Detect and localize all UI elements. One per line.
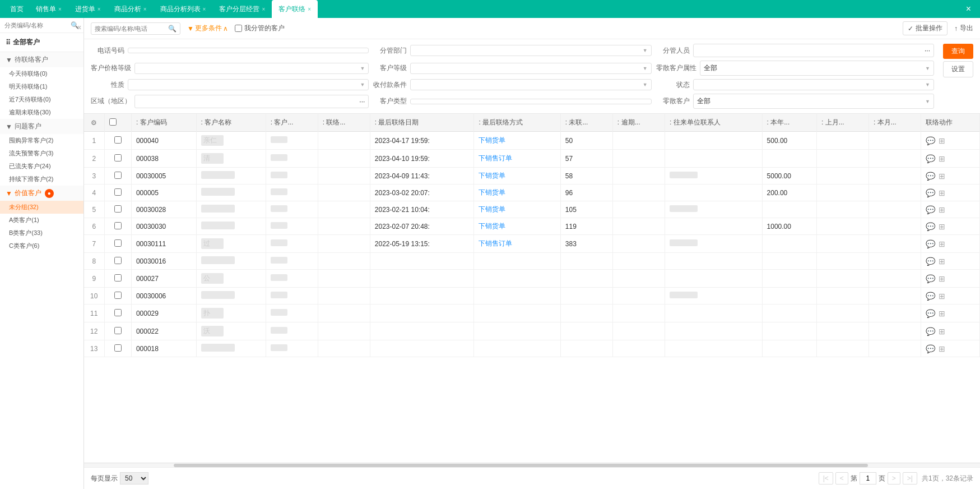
apps-icon[interactable]: ⊞	[939, 205, 945, 214]
row-checkbox[interactable]	[114, 344, 122, 352]
section-pending[interactable]: ▼ 待联络客户	[0, 52, 83, 67]
chat-icon[interactable]: 💬	[926, 172, 935, 181]
chat-icon[interactable]: 💬	[926, 154, 935, 163]
customer-type-input[interactable]	[410, 99, 651, 104]
sidebar-item-7days[interactable]: 近7天待联络(0)	[0, 93, 83, 106]
row-checkbox[interactable]	[114, 327, 122, 334]
row-checkbox[interactable]	[114, 274, 122, 282]
apps-icon[interactable]: ⊞	[939, 154, 945, 163]
tab-sales[interactable]: 销售单 ×	[29, 0, 68, 18]
more-conditions-btn[interactable]: ▼ 更多条件 ∧	[187, 24, 228, 33]
payment-input[interactable]: ▼	[410, 79, 651, 90]
close-tab-product[interactable]: ×	[143, 6, 147, 12]
retail-customer-input[interactable]: 全部 ▼	[693, 94, 934, 109]
row-checkbox[interactable]	[114, 172, 122, 179]
sidebar-item-tomorrow[interactable]: 明天待联络(1)	[0, 80, 83, 93]
tab-product-list[interactable]: 商品分析列表 ×	[154, 0, 213, 18]
apps-icon[interactable]: ⊞	[939, 257, 945, 266]
export-btn[interactable]: ↑ 导出	[954, 24, 973, 33]
sidebar-item-class-b[interactable]: B类客户(33)	[0, 227, 83, 239]
sidebar-item-declining[interactable]: 持续下滑客户(2)	[0, 173, 83, 186]
apps-icon[interactable]: ⊞	[939, 344, 945, 353]
row-checkbox[interactable]	[114, 205, 122, 213]
batch-operation-btn[interactable]: ✓ 批量操作	[903, 21, 948, 35]
phone-input[interactable]	[128, 48, 369, 53]
manager-input[interactable]: ···	[693, 44, 934, 57]
my-customers-checkbox[interactable]: 我分管的客户	[235, 24, 285, 33]
price-level-input[interactable]: ▼	[134, 63, 369, 74]
row-checkbox[interactable]	[114, 222, 122, 229]
sidebar-item-churned[interactable]: 已流失客户(24)	[0, 160, 83, 173]
chat-icon[interactable]: 💬	[926, 136, 935, 145]
customer-level-input[interactable]: ▼	[410, 63, 651, 74]
dept-input[interactable]: ▼	[410, 45, 651, 56]
select-all-checkbox[interactable]	[109, 118, 117, 126]
next-page-btn[interactable]: >	[888, 472, 900, 485]
settings-icon[interactable]: ⚙	[91, 119, 97, 127]
tab-customer-segment[interactable]: 客户分层经营 ×	[212, 0, 272, 18]
apps-icon[interactable]: ⊞	[939, 309, 945, 318]
close-tab-segment[interactable]: ×	[262, 6, 265, 12]
section-value[interactable]: ▼ 价值客户 ●	[0, 186, 83, 201]
tab-customer-contact[interactable]: 客户联络 ×	[272, 0, 318, 18]
last-method-link[interactable]: 下销售订单	[479, 239, 512, 247]
prev-page-btn[interactable]: <	[835, 472, 848, 485]
search-input[interactable]	[95, 25, 166, 32]
chat-icon[interactable]: 💬	[926, 205, 935, 214]
page-number-input[interactable]	[860, 472, 876, 485]
sidebar-item-churn-warning[interactable]: 流失预警客户(3)	[0, 147, 83, 160]
nature-input[interactable]: ▼	[128, 79, 369, 90]
section-problem[interactable]: ▼ 问题客户	[0, 119, 83, 134]
sidebar-item-class-c[interactable]: C类客户(6)	[0, 239, 83, 252]
chat-icon[interactable]: 💬	[926, 239, 935, 248]
my-customers-check[interactable]	[235, 25, 242, 32]
apps-icon[interactable]: ⊞	[939, 188, 945, 197]
last-method-link[interactable]: 下销货单	[479, 172, 505, 179]
last-method-link[interactable]: 下销货单	[479, 188, 505, 196]
close-tab-contact[interactable]: ×	[308, 6, 311, 12]
th-settings[interactable]: ⚙	[84, 114, 104, 132]
row-checkbox[interactable]	[114, 309, 122, 316]
window-close[interactable]: ×	[962, 4, 976, 14]
chat-icon[interactable]: 💬	[926, 188, 935, 197]
sidebar-item-ungroup[interactable]: 未分组(32)	[0, 201, 83, 214]
sidebar-collapse-btn[interactable]: «	[75, 21, 83, 33]
chat-icon[interactable]: 💬	[926, 309, 935, 318]
sidebar-item-class-a[interactable]: A类客户(1)	[0, 214, 83, 227]
area-input[interactable]: ···	[134, 95, 369, 108]
close-tab-purchase[interactable]: ×	[97, 6, 101, 12]
apps-icon[interactable]: ⊞	[939, 222, 945, 231]
chat-icon[interactable]: 💬	[926, 327, 935, 336]
sidebar-item-abnormal[interactable]: 囤购异常客户(2)	[0, 134, 83, 147]
apps-icon[interactable]: ⊞	[939, 239, 945, 248]
chat-icon[interactable]: 💬	[926, 274, 935, 283]
nav-home[interactable]: 首页	[4, 4, 29, 14]
sidebar-item-overdue[interactable]: 逾期未联络(30)	[0, 106, 83, 119]
row-checkbox[interactable]	[114, 239, 122, 247]
sidebar-search-input[interactable]	[4, 22, 68, 29]
chat-icon[interactable]: 💬	[926, 292, 935, 301]
last-method-link[interactable]: 下销货单	[479, 205, 505, 213]
close-tab-sales[interactable]: ×	[58, 6, 62, 12]
sidebar-item-today[interactable]: 今天待联络(0)	[0, 67, 83, 80]
apps-icon[interactable]: ⊞	[939, 327, 945, 336]
apps-icon[interactable]: ⊞	[939, 172, 945, 181]
chat-icon[interactable]: 💬	[926, 344, 935, 353]
row-checkbox[interactable]	[114, 154, 122, 162]
search-icon[interactable]: 🔍	[168, 25, 177, 33]
first-page-btn[interactable]: |<	[819, 472, 833, 485]
last-method-link[interactable]: 下销售订单	[479, 154, 512, 162]
apps-icon[interactable]: ⊞	[939, 292, 945, 301]
apps-icon[interactable]: ⊞	[939, 274, 945, 283]
tab-product-analysis[interactable]: 商品分析 ×	[108, 0, 154, 18]
last-method-link[interactable]: 下销货单	[479, 222, 505, 230]
horizontal-scrollbar[interactable]	[84, 463, 980, 467]
close-tab-product-list[interactable]: ×	[203, 6, 206, 12]
row-checkbox[interactable]	[114, 136, 122, 144]
last-method-link[interactable]: 下销货单	[479, 136, 505, 144]
retail-attr-input[interactable]: 全部 ▼	[700, 61, 934, 76]
reset-button[interactable]: 设置	[943, 61, 973, 77]
sidebar-all-customers[interactable]: ⠿ 全部客户	[0, 33, 83, 52]
query-button[interactable]: 查询	[943, 44, 973, 59]
row-checkbox[interactable]	[114, 188, 122, 196]
